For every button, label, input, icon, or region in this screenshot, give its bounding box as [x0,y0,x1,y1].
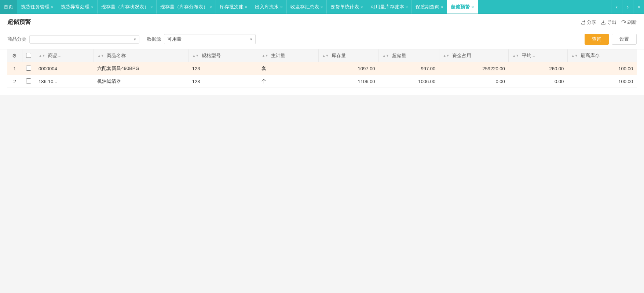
refresh-button[interactable]: 刷新 [621,19,637,26]
nav-tab-inventory-dist[interactable]: 现存量（库存分布表） × [157,0,216,14]
table-body: 1 0000004 六配套新昌490BPG 123 套 1097.00 997.… [7,62,637,88]
th-code[interactable]: ▲▼ 商品... [35,49,94,62]
nav-tab-overstock-close[interactable]: × [471,5,473,9]
cell-avg-1: 0.00 [509,75,567,88]
th-stock-label: 库存量 [332,53,346,58]
datasource-select[interactable]: 可用量 ▾ [164,34,256,44]
top-navigation: 首页 拣货任务管理 × 拣货异常处理 × 现存量（库存状况表） × 现存量（库存… [0,0,644,14]
th-max-label: 最高库存 [581,53,600,58]
share-label: 分享 [587,19,596,26]
nav-tab-order-stat-close[interactable]: × [361,5,363,9]
nav-arrows: ‹ › × [611,0,644,14]
nav-tab-quality-close[interactable]: × [441,5,443,9]
th-unit-label: 主计量 [271,53,285,58]
share-icon [581,20,586,25]
nav-tab-abnormal-close[interactable]: × [91,5,93,9]
sort-name-icon: ▲▼ [98,54,104,58]
refresh-icon [621,20,626,25]
th-avg[interactable]: ▲▼ 平均... [509,49,567,62]
nav-tab-available-close[interactable]: × [406,5,408,9]
query-button[interactable]: 查询 [585,34,609,45]
cell-capital-0: 259220.00 [439,62,509,75]
cell-code-0: 0000004 [35,62,94,75]
nav-tab-batch[interactable]: 库存批次账 × [216,0,251,14]
nav-tab-inventory-status-label: 现存量（库存状况表） [101,4,149,10]
nav-tab-abnormal[interactable]: 拣货异常处理 × [57,0,97,14]
nav-tab-task-close[interactable]: × [51,5,53,9]
category-label: 商品分类 [7,36,26,42]
th-name[interactable]: ▲▼ 商品名称 [94,49,188,62]
th-spec[interactable]: ▲▼ 规格型号 [189,49,258,62]
nav-tab-task-label: 拣货任务管理 [21,4,50,10]
row-checkbox-0[interactable] [26,66,31,71]
th-max[interactable]: ▲▼ 最高库存 [567,49,637,62]
cell-unit-1: 个 [258,75,318,88]
cell-name-0: 六配套新昌490BPG [94,62,188,75]
nav-tab-collect-label: 收发存汇总表 [290,4,319,10]
nav-tab-collect-close[interactable]: × [321,5,323,9]
row-number: 1 [13,66,16,71]
nav-next-button[interactable]: › [622,0,633,14]
nav-tab-overstock[interactable]: 超储预警 × [447,0,477,14]
cell-overstock-0: 997.00 [379,62,439,75]
th-overstock[interactable]: ▲▼ 超储量 [379,49,439,62]
select-all-checkbox[interactable] [26,53,31,58]
category-filter: 商品分类 ▾ [7,35,139,44]
nav-tab-overstock-label: 超储预警 [451,4,470,10]
cell-max-0: 100.00 [567,62,637,75]
category-select[interactable]: ▾ [29,35,139,44]
cell-avg-0: 260.00 [509,62,567,75]
header-actions: 分享 导出 刷新 [581,19,637,26]
sort-code-icon: ▲▼ [39,54,45,58]
export-label: 导出 [607,19,616,26]
sort-spec-icon: ▲▼ [192,54,199,58]
th-unit[interactable]: ▲▼ 主计量 [258,49,318,62]
nav-tab-task-mgmt[interactable]: 拣货任务管理 × [17,0,57,14]
row-checkbox-1[interactable] [26,78,31,84]
nav-tab-in-out-label: 出入库流水 [255,4,279,10]
th-capital-label: 资金占用 [452,53,471,58]
th-overstock-label: 超储量 [392,53,406,58]
nav-tab-in-out[interactable]: 出入库流水 × [251,0,286,14]
column-settings-icon[interactable]: ⚙ [12,53,17,59]
th-name-label: 商品名称 [107,53,126,58]
nav-tab-quality[interactable]: 保质期查询 × [412,0,447,14]
th-gear: ⚙ [7,49,22,62]
nav-tab-home[interactable]: 首页 [0,0,17,14]
nav-tab-inventory-status[interactable]: 现存量（库存状况表） × [98,0,157,14]
nav-tab-in-out-close[interactable]: × [280,5,282,9]
datasource-filter: 数据源 可用量 ▾ [147,34,256,44]
th-avg-label: 平均... [522,53,535,58]
th-stock[interactable]: ▲▼ 库存量 [318,49,379,62]
th-code-label: 商品... [48,53,62,58]
cell-spec-0: 123 [189,62,258,75]
cell-spec-1: 123 [189,75,258,88]
datasource-label: 数据源 [147,36,161,42]
cell-checkbox-1 [22,75,35,88]
filter-actions: 查询 设置 [585,34,637,45]
nav-tab-inventory-dist-label: 现存量（库存分布表） [160,4,208,10]
cell-capital-1: 0.00 [439,75,509,88]
cell-row-num-1: 2 [7,75,22,88]
nav-tab-inventory-dist-close[interactable]: × [209,5,212,9]
nav-tab-batch-close[interactable]: × [245,5,247,9]
nav-more-button[interactable]: × [633,0,644,14]
cell-checkbox-0 [22,62,35,75]
refresh-label: 刷新 [627,19,637,26]
cell-overstock-1: 1006.00 [379,75,439,88]
th-capital[interactable]: ▲▼ 资金占用 [439,49,509,62]
nav-prev-button[interactable]: ‹ [611,0,622,14]
nav-tab-order-stat-label: 要货单统计表 [330,4,359,10]
table-row: 1 0000004 六配套新昌490BPG 123 套 1097.00 997.… [7,62,637,75]
sort-overstock-icon: ▲▼ [383,54,389,58]
page-content: 超储预警 分享 导出 [0,14,644,95]
nav-tab-inventory-status-close[interactable]: × [150,5,153,9]
page-title: 超储预警 [7,18,31,26]
export-button[interactable]: 导出 [601,19,616,26]
nav-tab-available[interactable]: 可用量库存账本 × [367,0,412,14]
nav-tab-order-stat[interactable]: 要货单统计表 × [327,0,367,14]
settings-button[interactable]: 设置 [612,34,637,45]
nav-tab-collect[interactable]: 收发存汇总表 × [287,0,327,14]
share-button[interactable]: 分享 [581,19,596,26]
table-container: ⚙ ▲▼ 商品... ▲▼ 商品名称 ▲▼ 规格型号 [0,49,644,95]
